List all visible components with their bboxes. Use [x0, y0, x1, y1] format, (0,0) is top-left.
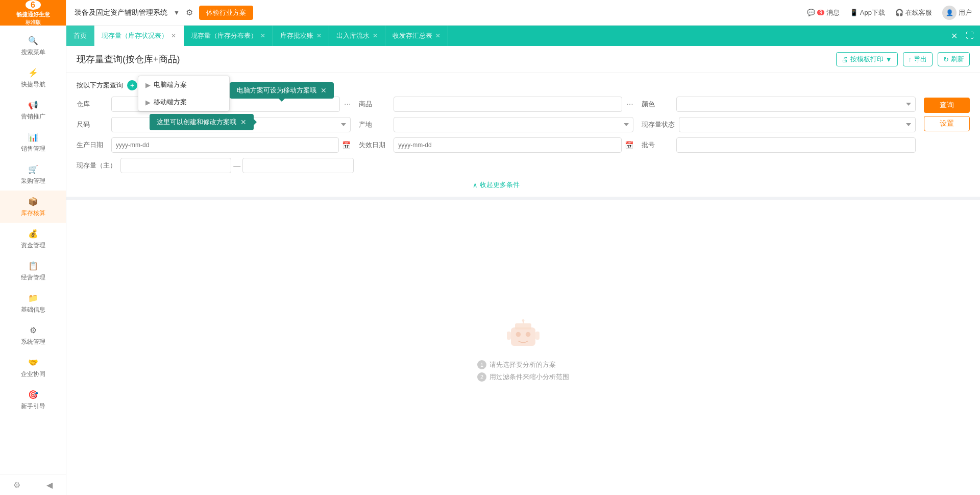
refresh-icon: ↻	[943, 56, 949, 63]
origin-label: 产地	[359, 120, 389, 129]
message-badge: 9	[817, 10, 824, 15]
system-dropdown-icon[interactable]: ▼	[174, 9, 180, 16]
collapse-btn[interactable]: ∧ 收起更多条件	[473, 180, 520, 190]
user-action[interactable]: 👤 用户	[942, 6, 972, 20]
support-label: 在线客服	[905, 8, 932, 17]
headset-icon: 🎧	[895, 9, 903, 16]
phone-icon: 📱	[850, 9, 858, 16]
empty-text: 1 请先选择要分析的方案 2 用过滤条件来缩小分析范围	[477, 360, 569, 382]
goods-dots[interactable]: ···	[626, 100, 633, 109]
tab-collect-summary[interactable]: 收发存汇总表 ✕	[385, 26, 448, 46]
tab-batch-account[interactable]: 库存批次账 ✕	[273, 26, 329, 46]
collapse-up-icon: ∧	[473, 181, 478, 189]
app-label: App下载	[860, 8, 885, 17]
reset-btn[interactable]: 设置	[924, 116, 970, 131]
search-btn[interactable]: 查询	[924, 98, 970, 113]
expiry-date-input[interactable]	[394, 137, 621, 153]
stock-status-select[interactable]	[679, 117, 916, 132]
finance-icon: 💰	[28, 228, 39, 239]
export-icon: ↑	[909, 56, 912, 63]
tab-inout-flow[interactable]: 出入库流水 ✕	[329, 26, 385, 46]
page-content: 现存量查询(按仓库+商品) 🖨 按模板打印 ▼ ↑ 导出 ↻ 刷新	[66, 46, 980, 495]
export-btn[interactable]: ↑ 导出	[903, 52, 933, 66]
sidebar-item-operations[interactable]: 📋 经营管理	[0, 255, 66, 287]
filter-row-stock-main: 现存量（主） —	[77, 158, 354, 173]
tab-inventory-status-label: 现存量（库存状况表）	[102, 31, 168, 40]
tab-close-inventory-status[interactable]: ✕	[171, 32, 176, 39]
sidebar-label-purchase: 采购管理	[21, 177, 45, 185]
settings-bottom-icon[interactable]: ⚙	[13, 480, 20, 490]
svg-rect-1	[515, 323, 531, 329]
color-select[interactable]	[676, 97, 916, 112]
sidebar-nav: 🔍 搜索菜单 ⚡ 快捷导航 📢 营销推广 📊 销售管理 🛒 采购管理 📦 库存核…	[0, 26, 66, 475]
arrow-right-icon2: ▶	[145, 99, 151, 106]
tab-maximize-icon[interactable]: ⛶	[964, 29, 976, 42]
prod-date-input[interactable]	[111, 137, 339, 153]
print-icon: 🖨	[842, 56, 848, 63]
header-settings-icon[interactable]: ⚙	[186, 8, 193, 17]
scheme-item-desktop[interactable]: ▶ 电脑端方案	[138, 76, 229, 93]
tab-close-inout[interactable]: ✕	[373, 32, 378, 39]
sidebar-item-inventory[interactable]: 📦 库存核算	[0, 191, 66, 223]
message-action[interactable]: 💬 9 消息	[807, 8, 840, 17]
refresh-btn[interactable]: ↻ 刷新	[938, 52, 970, 66]
refresh-label: 刷新	[951, 55, 964, 64]
color-label: 颜色	[642, 100, 672, 109]
stock-main-range: —	[120, 158, 354, 173]
warehouse-dots[interactable]: ···	[344, 100, 351, 109]
svg-point-3	[526, 332, 531, 337]
tab-collect-label: 收发存汇总表	[393, 31, 432, 40]
app-download-action[interactable]: 📱 App下载	[850, 8, 885, 17]
filter-add-btn[interactable]: +	[127, 80, 137, 90]
sidebar-item-purchase[interactable]: 🛒 采购管理	[0, 158, 66, 191]
svg-point-7	[522, 319, 525, 322]
sidebar-item-system[interactable]: ⚙ 系统管理	[0, 319, 66, 351]
stock-main-min[interactable]	[120, 158, 231, 173]
sidebar: 6 畅捷通好生意 标准版 🔍 搜索菜单 ⚡ 快捷导航 📢 营销推广 📊 销售管理…	[0, 0, 66, 495]
sidebar-item-enterprise[interactable]: 🤝 企业协同	[0, 351, 66, 384]
filter-row-batch: 批号	[642, 137, 916, 153]
batch-input[interactable]	[676, 137, 916, 153]
print-btn[interactable]: 🖨 按模板打印 ▼	[836, 52, 898, 66]
collapse-sidebar-icon[interactable]: ◀	[46, 480, 53, 490]
tooltip-scheme-close[interactable]: ✕	[321, 86, 327, 95]
system-icon: ⚙	[28, 324, 39, 336]
sidebar-label-search: 搜索菜单	[21, 48, 45, 57]
page-header: 现存量查询(按仓库+商品) 🖨 按模板打印 ▼ ↑ 导出 ↻ 刷新	[66, 46, 980, 73]
sidebar-item-marketing[interactable]: 📢 营销推广	[0, 94, 66, 126]
sidebar-bottom: ⚙ ◀	[0, 475, 66, 495]
stock-main-max[interactable]	[242, 158, 353, 173]
sidebar-item-basic[interactable]: 📁 基础信息	[0, 287, 66, 319]
expiry-date-calendar-icon[interactable]: 📅	[625, 141, 633, 149]
support-action[interactable]: 🎧 在线客服	[895, 8, 932, 17]
tab-inventory-dist-label: 现存量（库存分布表）	[191, 31, 257, 40]
sidebar-label-sales: 销售管理	[21, 145, 45, 153]
goods-input[interactable]	[394, 97, 622, 112]
tab-close-inventory-dist[interactable]: ✕	[260, 32, 265, 39]
sidebar-item-sales[interactable]: 📊 销售管理	[0, 126, 66, 158]
tab-inventory-dist[interactable]: 现存量（库存分布表） ✕	[184, 26, 273, 46]
tooltip-create-close[interactable]: ✕	[240, 118, 247, 126]
empty-icon	[503, 313, 544, 354]
sidebar-item-quick[interactable]: ⚡ 快捷导航	[0, 62, 66, 94]
user-label: 用户	[959, 8, 972, 17]
scheme-item-mobile[interactable]: ▶ 移动端方案	[138, 93, 229, 111]
tooltip-create-text: 这里可以创建和修改方案哦	[157, 117, 236, 127]
tab-inventory-status[interactable]: 现存量（库存状况表） ✕	[94, 26, 184, 46]
origin-select[interactable]	[394, 117, 633, 132]
sidebar-item-guide[interactable]: 🎯 新手引导	[0, 384, 66, 416]
sidebar-item-finance[interactable]: 💰 资金管理	[0, 223, 66, 255]
tab-close-collect[interactable]: ✕	[435, 32, 440, 39]
industry-btn[interactable]: 体验行业方案	[199, 6, 253, 20]
tab-close-batch[interactable]: ✕	[316, 32, 322, 39]
prod-date-calendar-icon[interactable]: 📅	[342, 141, 351, 149]
tab-home[interactable]: 首页	[66, 26, 94, 46]
warehouse-label: 仓库	[77, 100, 107, 109]
tab-inout-label: 出入库流水	[336, 31, 370, 40]
scheme-desktop-label: 电脑端方案	[154, 80, 187, 89]
header-right: 💬 9 消息 📱 App下载 🎧 在线客服 👤 用户	[807, 6, 972, 20]
tab-close-all-icon[interactable]: ✕	[949, 29, 960, 43]
svg-point-2	[516, 332, 521, 337]
sidebar-item-search[interactable]: 🔍 搜索菜单	[0, 30, 66, 62]
user-avatar: 👤	[942, 6, 957, 20]
